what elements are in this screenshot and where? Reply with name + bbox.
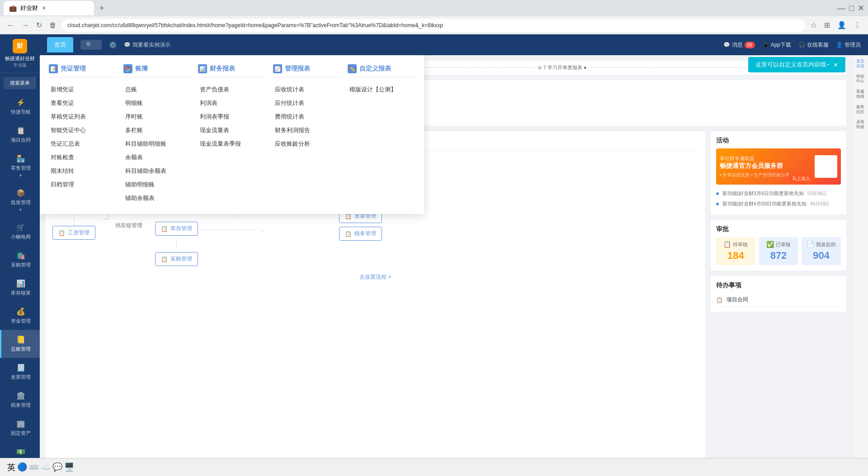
custom-report-title: ✏️ 自定义报表 — [348, 64, 415, 77]
sidebar-item-invoice[interactable]: 🧾 发票管理 — [0, 358, 40, 386]
cashflow-statement[interactable]: 现金流量表 — [198, 124, 265, 137]
menu-button[interactable]: ⋮ — [852, 19, 863, 31]
sidebar-item-ecom[interactable]: 🛒 小畅电商 — [0, 218, 40, 246]
taskbar-items: 英 🔵 ⌨️ ☁️ 💬 🖥️ — [7, 462, 74, 473]
sidebar-item-purchase[interactable]: 🛍️ 采购管理 — [0, 246, 40, 274]
join-button[interactable]: 马上加入 — [788, 175, 814, 183]
main-area: 首页 🔍 ⚙️ 💬 我要看实例演示 💬 消息 99 📱 — [40, 34, 868, 476]
activity-banner[interactable]: 享社群专属权益 畅捷通官方会员服务群 • 专享超值优惠 • 生产管理经验分享 ▦… — [716, 148, 841, 185]
tab-close-button[interactable]: ✕ — [42, 5, 46, 11]
todo-item-1[interactable]: 📋 项目合同 — [716, 293, 841, 307]
hotline-action[interactable]: 客服热线 — [854, 87, 867, 101]
online-service-button[interactable]: 🎧 在线客服 — [798, 41, 829, 49]
bookmark-button[interactable]: ☆ — [809, 19, 819, 31]
app-download-button[interactable]: 📱 App下载 — [762, 41, 791, 49]
expense-stats[interactable]: 费用统计表 — [273, 110, 340, 124]
sent-approval[interactable]: 📄 我发起的 904 — [802, 237, 841, 265]
sidebar-item-retail[interactable]: 🏪 零售管理 ▼ — [0, 149, 40, 183]
home-settings-action[interactable]: 首页设置 — [854, 57, 867, 71]
sidebar-item-project-contract[interactable]: 📋 项目合同 — [0, 121, 40, 149]
delete-button[interactable]: 🗑 — [47, 19, 58, 31]
pending-approval[interactable]: 📋 待审核 184 — [716, 237, 755, 265]
active-tab[interactable]: 💼 好业财 ✕ — [4, 1, 94, 15]
forward-button[interactable]: → — [20, 19, 31, 31]
detail-ledger[interactable]: 明细账 — [123, 96, 191, 110]
balance-table[interactable]: 余额表 — [123, 151, 191, 164]
maximize-button[interactable]: □ — [849, 4, 854, 13]
purchase-node[interactable]: 📋 采购管理 — [155, 252, 198, 266]
subject-aux-detail[interactable]: 科目辅助明细账 — [123, 137, 191, 151]
aux-balance-ledger[interactable]: 辅助余额表 — [123, 191, 191, 205]
receivable-aging[interactable]: 应收账龄分析 — [273, 137, 340, 151]
template-design[interactable]: 模版设计【公测】 — [348, 83, 415, 96]
account-check[interactable]: 对账检查 — [49, 151, 116, 164]
desktop-shortcut-action[interactable]: 桌面快捷 — [854, 118, 867, 131]
archive-mgmt[interactable]: 归档管理 — [49, 178, 116, 191]
community-action[interactable]: 服务社区 — [854, 103, 867, 116]
close-button[interactable]: ✕ — [858, 3, 864, 13]
taskbar-icon-4[interactable]: 💬 — [52, 462, 62, 473]
taskbar-icon-3[interactable]: ☁️ — [41, 462, 51, 473]
finance-profit-report[interactable]: 财务利润报告 — [273, 124, 340, 137]
general-ledger[interactable]: 总账 — [123, 83, 191, 96]
help-center-action[interactable]: 帮助中心 — [854, 72, 867, 86]
minimize-button[interactable]: — — [837, 4, 845, 13]
extensions-button[interactable]: ⊞ — [822, 19, 832, 31]
sidebar-search-button[interactable]: 搜索菜单 — [4, 77, 36, 89]
sidebar-item-quick-nav[interactable]: ⚡ 快捷导航 — [0, 93, 40, 121]
smart-voucher[interactable]: 智能凭证中心 — [49, 124, 116, 137]
sidebar-item-accounting[interactable]: 📒 总账管理 — [0, 330, 40, 358]
sidebar-item-finance[interactable]: 💰 资金管理 — [0, 302, 40, 330]
balance-sheet[interactable]: 资产负债表 — [198, 83, 265, 96]
sidebar-item-inventory[interactable]: 📊 库存核算 — [0, 274, 40, 302]
multi-column-ledger[interactable]: 多栏账 — [123, 124, 191, 137]
taskbar-lang-button[interactable]: 英 — [7, 462, 15, 473]
sidebar-item-assets[interactable]: 🏢 固定资产 — [0, 414, 40, 442]
taskbar-icon-1[interactable]: 🔵 — [17, 462, 27, 473]
approved-approval[interactable]: ✅ 已审核 872 — [759, 237, 798, 265]
sidebar-item-payroll[interactable]: 💵 工资 — [0, 442, 40, 455]
view-voucher[interactable]: 查看凭证 — [49, 96, 116, 110]
sidebar-item-label: 零售管理 — [11, 165, 31, 171]
new-tab-button[interactable]: + — [96, 4, 108, 13]
url-input[interactable] — [62, 19, 805, 32]
demo-button[interactable]: 💬 我要看实例演示 — [124, 41, 170, 49]
qr-icon: ▦ — [822, 161, 830, 172]
taskbar-icon-2[interactable]: ⌨️ — [29, 462, 39, 473]
voucher-summary[interactable]: 凭证汇总表 — [49, 137, 116, 151]
activity-card: 活动 享社群专属权益 畅捷通官方会员服务群 • 专享超值优惠 • 生产管理经验分… — [711, 131, 846, 214]
draft-voucher[interactable]: 草稿凭证列表 — [49, 110, 116, 124]
news-dot-1 — [716, 192, 719, 195]
notification-badge: 99 — [745, 42, 755, 48]
notification-button[interactable]: 💬 消息 99 — [723, 41, 755, 49]
search-icon: 🔍 — [86, 42, 93, 48]
news-item-1[interactable]: 新功能|好业财3月6日功能更新抢先知 03月06日 — [716, 188, 841, 199]
aux-detail-ledger[interactable]: 辅助明细账 — [123, 178, 191, 191]
profit-quarterly[interactable]: 利润表季报 — [198, 110, 265, 124]
news-item-2[interactable]: 新功能|好业财4月03日功能更新抢先知 04月03日 — [716, 199, 841, 209]
cashflow-quarterly[interactable]: 现金流量表季报 — [198, 137, 265, 151]
payroll-node[interactable]: 📋 工资管理 — [52, 226, 95, 240]
sidebar-item-label: 资金管理 — [11, 318, 31, 324]
sidebar-item-label: 总账管理 — [11, 346, 31, 352]
tax-mgmt-node[interactable]: 📋 税务管理 — [339, 227, 382, 241]
subject-aux-balance[interactable]: 科目辅助余额表 — [123, 164, 191, 178]
sidebar-item-wholesale[interactable]: 📦 批发管理 ▼ — [0, 183, 40, 218]
set-flow-link[interactable]: 去设置流程 > — [359, 274, 391, 280]
tab-home[interactable]: 首页 — [47, 37, 73, 52]
banner-close-button[interactable]: ✕ — [833, 62, 838, 68]
profit-statement[interactable]: 利润表 — [198, 96, 265, 110]
receivable-stats[interactable]: 应收统计表 — [273, 83, 340, 96]
back-button[interactable]: ← — [5, 19, 16, 31]
service-icon: 🎧 — [798, 42, 805, 48]
sequence-ledger[interactable]: 序时账 — [123, 110, 191, 124]
sidebar-item-tax[interactable]: 🏛️ 税务管理 — [0, 386, 40, 414]
taskbar-icon-5[interactable]: 🖥️ — [64, 462, 74, 473]
profile-button[interactable]: 👤 — [835, 19, 848, 31]
payable-stats[interactable]: 应付统计表 — [273, 96, 340, 110]
inventory-node[interactable]: 📋 库存管理 — [155, 222, 198, 236]
add-voucher[interactable]: 新增凭证 — [49, 83, 116, 96]
period-end[interactable]: 期末结转 — [49, 164, 116, 178]
refresh-button[interactable]: ↻ — [34, 19, 44, 31]
user-menu-button[interactable]: 👤 管理员 — [836, 41, 861, 49]
